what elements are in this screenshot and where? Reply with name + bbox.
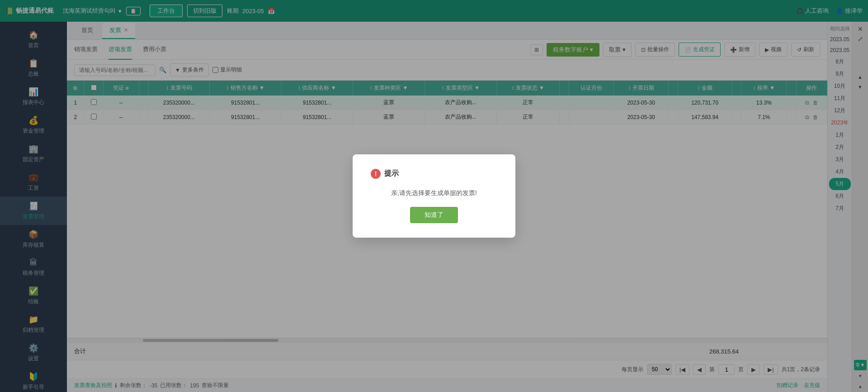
modal-title: 提示 — [384, 169, 399, 178]
modal-overlay: ! 提示 亲,请先选择要生成单据的发票! 知道了 — [0, 0, 868, 392]
modal-message: 亲,请先选择要生成单据的发票! — [391, 188, 477, 198]
modal-title-row: ! 提示 — [371, 169, 399, 179]
modal-box: ! 提示 亲,请先选择要生成单据的发票! 知道了 — [353, 154, 515, 238]
modal-confirm-button[interactable]: 知道了 — [410, 207, 458, 223]
warning-icon: ! — [371, 169, 381, 179]
